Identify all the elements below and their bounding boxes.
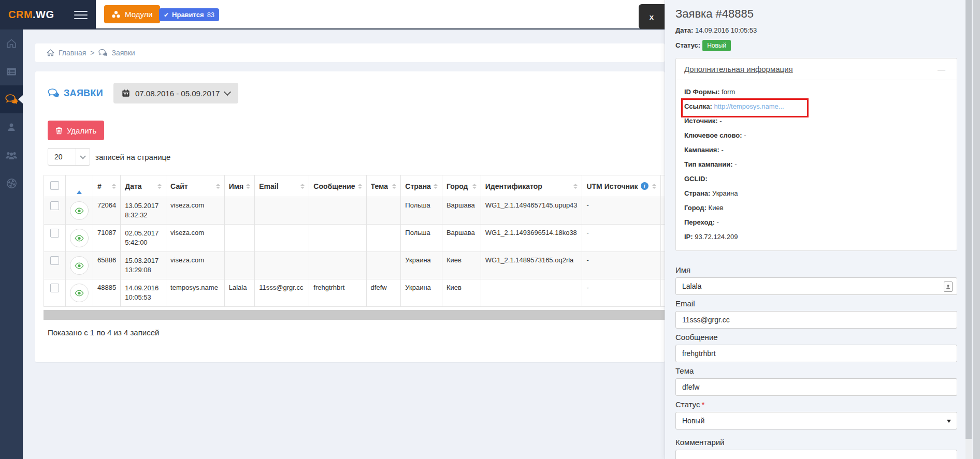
delete-button-label: Удалить	[67, 126, 96, 135]
column-header-date[interactable]: Дата	[125, 182, 162, 190]
cell-id: 48885	[93, 279, 121, 307]
table-horizontal-scrollbar[interactable]	[44, 310, 665, 320]
panel-status-label: Статус:	[675, 41, 700, 49]
info-card-title-link[interactable]: Дополнительная информация	[684, 65, 793, 73]
comment-field-group: Комментарий	[675, 438, 957, 459]
panel-date-line: Дата: 14.09.2016 10:05:53	[675, 26, 957, 34]
theme-input[interactable]	[675, 378, 957, 396]
email-label: Email	[675, 299, 957, 308]
date-range-picker[interactable]: 07.08.2016 - 05.09.2017	[113, 83, 238, 103]
table-row: 71087 02.05.20175:42:00 viseza.com Польш…	[44, 225, 665, 252]
cell-theme	[366, 197, 401, 225]
required-asterisk: *	[701, 400, 704, 409]
column-header-name[interactable]: Имя	[229, 182, 251, 190]
breadcrumb-home-link[interactable]: Главная	[59, 49, 86, 57]
message-input[interactable]	[675, 345, 957, 362]
column-header-country[interactable]: Страна	[405, 182, 438, 190]
column-header-id[interactable]: #	[97, 182, 116, 190]
cell-site: viseza.com	[166, 252, 225, 279]
view-button[interactable]	[70, 284, 89, 302]
comment-textarea[interactable]	[675, 450, 957, 459]
window-scrollbar[interactable]	[973, 0, 980, 459]
cell-identifier	[481, 279, 582, 307]
autofill-icon[interactable]	[944, 282, 953, 292]
row-checkbox[interactable]	[50, 201, 59, 210]
cell-date: 15.03.201713:29:08	[121, 252, 166, 279]
brand-header: CRM.WG	[0, 0, 96, 29]
sort-icon	[571, 184, 578, 189]
cell-utm-next: -	[660, 197, 665, 225]
card-header: ЗАЯВКИ 07.08.2016 - 05.09.2017	[35, 71, 665, 111]
requests-card: ЗАЯВКИ 07.08.2016 - 05.09.2017 Удалить 2…	[35, 71, 665, 362]
page-size-value: 20	[54, 153, 63, 161]
request-detail-panel: Заявка #48885 Дата: 14.09.2016 10:05:53 …	[665, 0, 980, 459]
row-checkbox[interactable]	[50, 284, 59, 292]
cell-id: 72064	[93, 197, 121, 225]
column-header-utm-source[interactable]: UTM Источникi	[586, 182, 656, 190]
name-input[interactable]	[675, 277, 957, 295]
view-button[interactable]	[70, 229, 89, 247]
row-checkbox[interactable]	[50, 229, 59, 238]
app-logo[interactable]: CRM.WG	[8, 9, 54, 21]
status-select[interactable]: Новый	[675, 412, 957, 430]
panel-close-button[interactable]: x	[639, 4, 665, 29]
sort-icon	[650, 184, 656, 189]
sidebar-item-support[interactable]	[0, 169, 23, 197]
column-header-theme[interactable]: Тема	[371, 182, 397, 190]
column-header-message[interactable]: Сообщение	[313, 182, 362, 190]
cell-name	[224, 225, 255, 252]
cell-name: Lalala	[224, 279, 255, 307]
name-label: Имя	[675, 265, 957, 274]
email-input[interactable]	[675, 311, 957, 329]
view-button[interactable]	[70, 201, 89, 220]
theme-field-group: Тема	[675, 366, 957, 396]
select-caret-icon	[947, 420, 951, 423]
like-count: 83	[207, 11, 214, 19]
sidebar-item-forms[interactable]	[0, 57, 23, 85]
sidebar-item-user[interactable]	[0, 113, 23, 141]
chats-title-icon	[48, 88, 59, 98]
view-button[interactable]	[70, 256, 89, 275]
modules-button[interactable]: Модули	[104, 5, 160, 23]
column-header-identifier[interactable]: Идентификатор	[485, 182, 578, 190]
sidebar-item-requests[interactable]	[0, 85, 23, 113]
message-label: Сообщение	[675, 333, 957, 342]
cell-theme: dfefw	[366, 279, 401, 307]
page-size-label: записей на странице	[95, 153, 170, 161]
column-header-email[interactable]: Email	[259, 182, 305, 190]
home-icon	[6, 38, 17, 49]
column-header-city[interactable]: Город	[446, 182, 477, 190]
info-row-campaign: Кампания: -	[684, 145, 948, 154]
page-size-select[interactable]: 20	[48, 148, 90, 166]
cell-country: Польша	[401, 197, 442, 225]
users-group-icon	[5, 151, 18, 160]
select-all-checkbox[interactable]	[50, 181, 59, 190]
request-url-link[interactable]: http://temposys.name...	[714, 102, 784, 110]
like-button[interactable]: ✔ Нравится 83	[159, 8, 219, 21]
sidebar-item-home[interactable]	[0, 29, 23, 57]
hamburger-menu-icon[interactable]	[74, 11, 88, 19]
cell-message: frehgtrhbrt	[309, 279, 366, 307]
panel-scrollbar[interactable]	[965, 0, 972, 459]
theme-label: Тема	[675, 366, 957, 375]
info-row-form-id: ID Формы: form	[684, 87, 948, 96]
info-icon[interactable]: i	[641, 182, 648, 190]
chats-breadcrumb-icon	[98, 49, 107, 56]
status-label: Статус*	[675, 400, 957, 409]
cell-name	[224, 252, 255, 279]
home-breadcrumb-icon	[47, 49, 54, 56]
status-field-group: Статус* Новый	[675, 400, 957, 430]
row-checkbox[interactable]	[50, 256, 59, 265]
delete-button[interactable]: Удалить	[48, 121, 104, 140]
panel-status-line: Статус:Новый	[675, 40, 957, 51]
column-header-site[interactable]: Сайт	[170, 182, 220, 190]
sort-ascending-icon[interactable]	[77, 182, 82, 194]
collapse-button[interactable]: —	[934, 64, 948, 74]
info-row-city: Город: Киев	[684, 203, 948, 212]
sidebar-item-users-group[interactable]	[0, 141, 23, 169]
cell-theme	[366, 252, 401, 279]
cell-utm-next: -	[660, 225, 665, 252]
cell-message	[309, 197, 366, 225]
info-row-link: Ссылка: http://temposys.name...	[684, 102, 948, 111]
panel-scrollbar-thumb[interactable]	[965, 0, 972, 439]
